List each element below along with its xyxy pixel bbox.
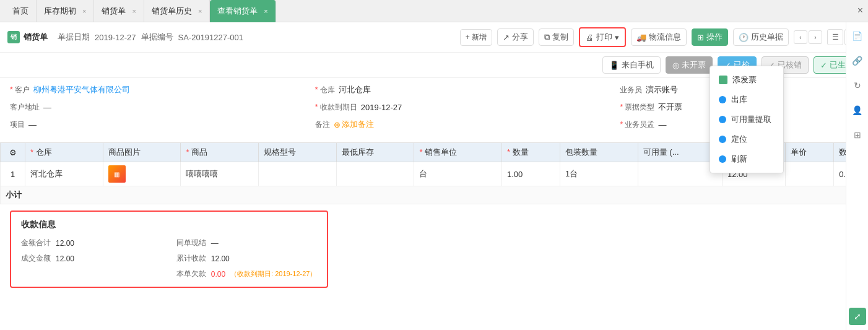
tab-opening[interactable]: 库存期初 × [37,0,94,22]
row-spec [259,162,337,186]
toolbar-right: + 新增 ↗ 分享 ⧉ 复制 🖨 打印 ▾ 🚚 物流信息 ⊞ [460,27,861,47]
main-content: 销 销货单 单据日期 2019-12-27 单据编号 SA-20191227-0… [0,22,868,330]
form-header: 销 销货单 单据日期 2019-12-27 单据编号 SA-20191227-0… [0,22,868,53]
date-label: 单据日期 [58,32,90,43]
sidebar-link-icon[interactable]: 🔗 [849,52,866,69]
share-button[interactable]: ↗ 分享 [497,28,534,46]
op-outbound[interactable]: 出库 [710,90,783,110]
next-arrow[interactable]: › [809,30,822,44]
col-min-stock: 最低库存 [336,143,414,162]
list-view-btn[interactable]: ☰ [827,29,843,45]
history-icon: 🕐 [739,33,749,42]
collection-title: 收款信息 [21,219,317,230]
deal-amount-label: 成交金额 [21,253,51,264]
project-field: 项目 — [10,119,308,130]
date-value: 2019-12-27 [95,33,136,42]
tab-home[interactable]: 首页 [5,0,37,22]
due-label: 本单欠款 [176,269,206,279]
same-order-label: 同单现结 [176,238,206,248]
effective-icon: ✓ [820,61,827,70]
nav-arrows: ‹ › [794,30,822,44]
customer-value[interactable]: 柳州粤港平安气体有限公司 [33,84,130,95]
col-spec: 规格型号 [259,143,337,162]
mobile-icon: 📱 [609,61,619,70]
tab-view-sales[interactable]: 查看销货单 × [210,0,276,22]
close-view-sales-tab[interactable]: × [264,7,267,15]
project-label: 项目 [10,119,25,130]
locate-icon [719,136,726,143]
address-label: 客户地址 [10,102,40,113]
add-note-button[interactable]: ⊕ 添加备注 [334,119,374,130]
not-opened-icon: ◎ [672,61,679,70]
payment-date-value: 2019-12-27 [361,103,402,112]
copy-icon: ⧉ [544,32,550,42]
sidebar-table-icon[interactable]: ⊞ [849,126,866,144]
ticket-value: 不开票 [658,102,682,113]
collection-grid: 金额合计 12.00 同单现结 — 成交金额 12.00 累计收款 12.00 … [21,238,317,279]
op-button[interactable]: ⊞ 操作 [692,28,728,46]
sidebar-expand-icon[interactable]: ⤢ [849,308,866,325]
mobile-button[interactable]: 📱 来自手机 [602,56,661,74]
product-thumbnail: ▦ [108,165,126,183]
note-field: 备注 ⊕ 添加备注 [315,119,613,130]
col-pack-qty: 包装数量 [560,143,638,162]
form-meta: 单据日期 2019-12-27 单据编号 SA-20191227-001 [58,32,243,43]
due-note: （收款到期日: 2019-12-27） [230,269,316,279]
col-qty: 数量 [501,143,560,162]
row-min-stock [336,162,414,186]
close-sales-tab[interactable]: × [132,7,136,15]
salesperson-label: 业务员 [620,85,642,95]
col-settings[interactable]: ⚙ [1,143,25,162]
row-unit: 台 [414,162,501,186]
no-value: SA-20191227-001 [178,33,244,42]
close-opening-tab[interactable]: × [82,7,86,15]
tab-sales[interactable]: 销货单 × [94,0,144,22]
new-button[interactable]: + 新增 [460,29,492,46]
subtotal-label: 小计 [1,186,868,204]
copy-button[interactable]: ⧉ 复制 [539,28,574,46]
sidebar-user-icon[interactable]: 👤 [849,102,866,119]
print-button[interactable]: 🖨 打印 ▾ [581,29,624,45]
close-sales-history-tab[interactable]: × [198,7,202,15]
payment-date-label: 收款到期日 [315,102,357,113]
row-warehouse: 河北仓库 [25,162,103,186]
staff-label: 业务员孟 [620,119,654,130]
prev-arrow[interactable]: ‹ [794,30,807,44]
warehouse-value: 河北仓库 [339,84,371,95]
due-item: 本单欠款 0.00 （收款到期日: 2019-12-27） [176,269,317,279]
form-title: 销 销货单 [7,31,48,43]
project-value: — [28,120,37,129]
cumulative-label: 累计收款 [176,253,206,264]
cumulative-value: 12.00 [211,254,230,263]
window-close-button[interactable]: × [857,5,863,16]
op-locate[interactable]: 定位 [710,129,783,149]
same-order-item: 同单现结 — [176,238,317,248]
tab-sales-history[interactable]: 销货单历史 × [144,0,210,22]
address-field: 客户地址 — [10,102,308,113]
ticket-label: 票据类型 [620,102,654,113]
sidebar-refresh-icon[interactable]: ↻ [849,77,866,94]
print-icon: 🖨 [586,33,594,42]
no-label: 单据编号 [141,32,173,43]
row-product: 嘻嘻嘻嘻 [181,162,259,186]
cumulative-item: 累计收款 12.00 [176,253,317,264]
not-opened-button[interactable]: ◎ 未开票 [666,56,713,74]
salesperson-value: 演示账号 [646,84,678,95]
outbound-icon [719,96,726,103]
available-qty-icon [719,116,726,123]
op-refresh[interactable]: 刷新 [710,149,783,169]
deal-amount-value: 12.00 [56,254,74,263]
subtotal-row: 小计 [1,186,868,204]
logistics-button[interactable]: 🚚 物流信息 [631,28,687,46]
sidebar-file-icon[interactable]: 📄 [849,27,866,45]
amount-total-label: 金额合计 [21,238,51,248]
print-highlight: 🖨 打印 ▾ [579,27,626,47]
add-invoice-icon [719,76,727,84]
op-add-invoice[interactable]: 添发票 [710,70,783,90]
collection-box: 收款信息 金额合计 12.00 同单现结 — 成交金额 12.00 累计收款 1… [10,211,328,288]
op-available-qty[interactable]: 可用量提取 [710,110,783,129]
warehouse-label: 仓库 [315,85,335,95]
note-label: 备注 [315,119,330,130]
customer-label: 客户 [10,85,30,95]
history-button[interactable]: 🕐 历史单据 [733,28,789,46]
